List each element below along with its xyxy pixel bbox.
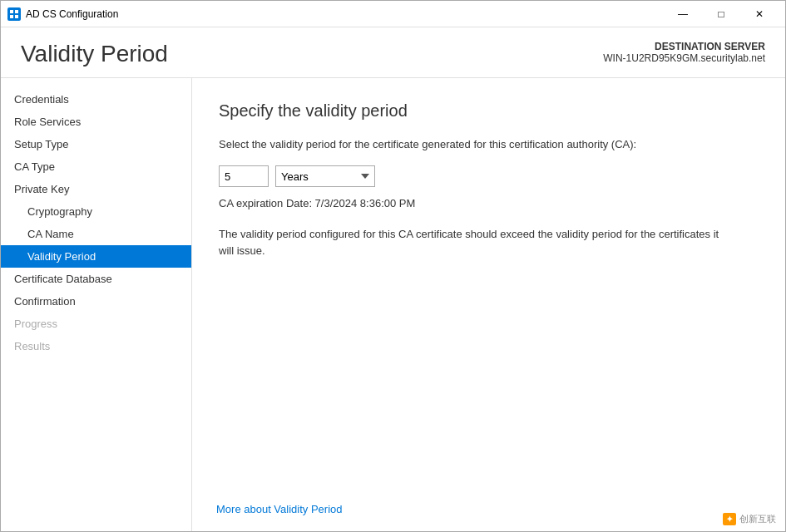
maximize-button[interactable]: □ xyxy=(702,1,740,27)
validity-number-input[interactable] xyxy=(219,165,269,187)
sidebar-item-certificate-database[interactable]: Certificate Database xyxy=(1,268,191,290)
main-content: CredentialsRole ServicesSetup TypeCA Typ… xyxy=(1,78,785,531)
validity-unit-select[interactable]: YearsMonthsWeeksDays xyxy=(275,165,375,187)
server-info: DESTINATION SERVER WIN-1U2RD95K9GM.secur… xyxy=(603,41,765,64)
sidebar-item-confirmation[interactable]: Confirmation xyxy=(1,290,191,313)
svg-rect-0 xyxy=(10,10,13,13)
app-window: AD CS Configuration — □ ✕ Validity Perio… xyxy=(0,0,786,532)
close-button[interactable]: ✕ xyxy=(740,1,779,27)
sidebar-item-credentials[interactable]: Credentials xyxy=(1,88,191,111)
validity-description: Select the validity period for the certi… xyxy=(219,137,759,152)
more-about-link[interactable]: More about Validity Period xyxy=(216,503,343,515)
svg-rect-2 xyxy=(10,15,13,18)
server-name: WIN-1U2RD95K9GM.securitylab.net xyxy=(603,52,765,64)
sidebar-item-results: Results xyxy=(1,335,191,357)
svg-rect-3 xyxy=(15,15,18,18)
window-title: AD CS Configuration xyxy=(26,8,664,20)
app-icon xyxy=(7,7,21,21)
bottom-logo: ✦ 创新互联 xyxy=(723,513,776,525)
sidebar-item-validity-period[interactable]: Validity Period xyxy=(1,245,191,268)
expiration-date-text: CA expiration Date: 7/3/2024 8:36:00 PM xyxy=(219,197,759,209)
destination-label: DESTINATION SERVER xyxy=(603,41,765,52)
sidebar-item-role-services[interactable]: Role Services xyxy=(1,111,191,133)
page-title: Validity Period xyxy=(21,41,168,67)
sidebar-item-setup-type[interactable]: Setup Type xyxy=(1,133,191,155)
window-controls: — □ ✕ xyxy=(664,1,779,27)
sidebar-item-private-key[interactable]: Private Key xyxy=(1,178,191,200)
content-heading: Specify the validity period xyxy=(219,101,759,121)
sidebar-item-ca-type[interactable]: CA Type xyxy=(1,155,191,178)
header-bar: Validity Period DESTINATION SERVER WIN-1… xyxy=(1,27,785,78)
sidebar-item-cryptography[interactable]: Cryptography xyxy=(1,200,191,223)
validity-controls: YearsMonthsWeeksDays xyxy=(219,165,759,187)
svg-rect-1 xyxy=(15,10,18,13)
content-pane: Specify the validity period Select the v… xyxy=(192,78,785,531)
sidebar: CredentialsRole ServicesSetup TypeCA Typ… xyxy=(1,78,192,531)
sidebar-item-ca-name[interactable]: CA Name xyxy=(1,223,191,245)
sidebar-item-progress: Progress xyxy=(1,313,191,335)
logo-icon: ✦ xyxy=(723,513,736,525)
titlebar: AD CS Configuration — □ ✕ xyxy=(1,1,785,27)
note-text: The validity period configured for this … xyxy=(219,226,734,259)
minimize-button[interactable]: — xyxy=(664,1,702,27)
logo-text: 创新互联 xyxy=(739,513,776,525)
